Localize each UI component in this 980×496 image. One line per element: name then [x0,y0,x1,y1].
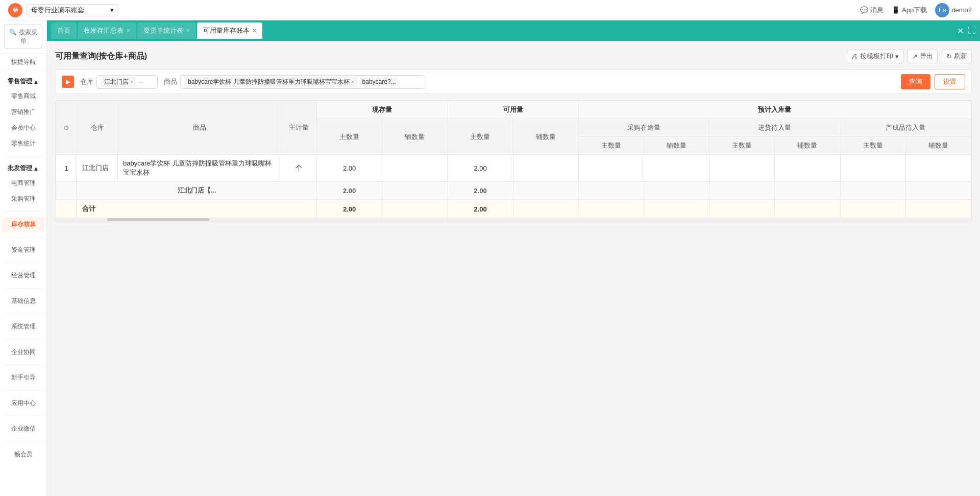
sidebar-item-vip[interactable]: 畅会员 [2,447,44,462]
sidebar-item-ecommerce[interactable]: 电商管理 [2,176,44,191]
sidebar-section-basic: 基础信息 [0,290,46,313]
sidebar-item-retail-stats[interactable]: 零售统计 [2,136,44,151]
print-icon: 🖨 [851,53,858,60]
logo-area: 畅 [8,3,22,17]
wechat-label: 企业微信 [11,425,36,432]
export-button[interactable]: ↗ 导出 [908,49,938,63]
tab-receipt-summary[interactable]: 收发存汇总表 × [78,22,136,39]
sub-avail-aux [513,182,578,200]
search-menu-button[interactable]: 🔍 搜索菜单 [4,25,42,49]
finance-label: 资金管理 [11,246,36,253]
sub-in-aux [775,182,840,200]
th-forecast: 预计入库量 [578,101,971,119]
sidebar-divider-8 [4,365,42,365]
th-production: 产成品待入量 [840,119,971,137]
sidebar-item-basic[interactable]: 基础信息 [2,294,44,309]
query-button[interactable]: 查询 [901,74,930,89]
sidebar-divider-4 [4,263,42,263]
tab-close-all-icon[interactable]: ✕ [957,26,964,36]
th-purchase-transit-main: 主数量 [578,137,644,155]
member-label: 会员中心 [11,124,36,131]
sidebar-item-quick-nav[interactable]: 快捷导航 [0,54,46,71]
tab-home-label: 首页 [57,26,70,35]
footer-current-aux [382,200,448,218]
product-tag-1-value: babycare学饮杯 儿童防摔防撞吸管杯重力球吸嘴杯宝宝水杯 [188,78,350,86]
tab-home[interactable]: 首页 [51,22,77,39]
tab-order-stats-close[interactable]: × [186,27,190,34]
incoming-label: 进货待入量 [758,124,791,131]
sub-avail-main-val: 2.00 [474,187,486,195]
footer-empty [56,200,77,218]
th-product: 商品 [118,101,281,155]
sidebar-item-member[interactable]: 会员中心 [2,121,44,135]
refresh-label: 刷新 [954,52,967,61]
product-filter-box[interactable]: babycare学饮杯 儿童防摔防撞吸管杯重力球吸嘴杯宝宝水杯 × babyca… [180,75,425,89]
sidebar-item-appstore[interactable]: 应用中心 [2,396,44,411]
sidebar-divider-1 [4,156,42,157]
tab-bar: 首页 收发存汇总表 × 要货单统计表 × 可用量库存账本 × ✕ ⛶ [47,20,980,41]
message-label: 消息 [870,6,884,15]
sub-in-main [709,182,775,200]
refresh-button[interactable]: ↻ 刷新 [942,49,972,63]
content-area: 首页 收发存汇总表 × 要货单统计表 × 可用量库存账本 × ✕ ⛶ [47,20,980,496]
message-action[interactable]: 💬 消息 [860,6,884,15]
sidebar-item-purchase[interactable]: 采购管理 [2,192,44,206]
table-scrollbar[interactable] [56,218,971,222]
sub-current-main: 2.00 [317,182,382,200]
quick-nav-label: 快捷导航 [11,58,36,65]
top-bar: 畅 母婴行业演示账套 💬 消息 📱 App下载 Ea demo2 [0,0,980,20]
product-filter-label: 商品 [164,77,177,86]
sidebar-item-inventory[interactable]: 库存核算 [2,217,44,232]
sidebar-section-retail-title[interactable]: 零售管理 ▲ [2,75,44,88]
sidebar-item-collab[interactable]: 企业协同 [2,345,44,360]
ops-label: 经营管理 [11,272,36,279]
production-aux-label: 辅数量 [928,141,948,149]
filter-toggle[interactable]: ▶ [62,76,74,88]
appstore-label: 应用中心 [11,399,36,407]
sidebar-item-marketing[interactable]: 营销推广 [2,105,44,120]
settings-icon[interactable]: ⚙ [61,123,71,133]
warehouse-tag-close[interactable]: × [130,79,133,85]
sidebar-item-ops[interactable]: 经营管理 [2,268,44,283]
sidebar-item-finance[interactable]: 资金管理 [2,243,44,257]
warehouse-filter-box[interactable]: 江北门店 × ··· [96,75,158,89]
sub-current-main-val: 2.00 [343,187,356,195]
company-selector[interactable]: 母婴行业演示账套 [27,4,118,16]
row1-warehouse: 江北门店 [77,155,118,182]
tab-available-stock-label: 可用量库存账本 [203,26,250,35]
search-menu-label: 搜索菜单 [19,29,37,44]
setting-button[interactable]: 设置 [935,74,965,89]
sidebar-section-collab: 企业协同 [0,341,46,364]
refresh-icon: ↻ [946,53,952,60]
product-tag-1-close[interactable]: × [351,79,354,85]
row1-warehouse-val: 江北门店 [82,164,109,172]
forecast-label: 预计入库量 [758,106,791,113]
row1-unit-val: 个 [296,164,302,172]
tab-order-stats[interactable]: 要货单统计表 × [137,22,196,39]
warehouse-col-label: 仓库 [91,124,104,131]
sidebar-item-system[interactable]: 系统管理 [2,319,44,334]
print-button[interactable]: 🖨 按模板打印 ▾ [847,49,903,63]
sidebar-item-wechat[interactable]: 企业微信 [2,421,44,436]
tab-expand-icon[interactable]: ⛶ [968,26,976,35]
th-avail-aux: 辅数量 [513,119,578,155]
row1-product: babycare学饮杯 儿童防摔防撞吸管杯重力球吸嘴杯宝宝水杯 [118,155,281,182]
tab-available-stock[interactable]: 可用量库存账本 × [197,22,262,39]
app-download-action[interactable]: 📱 App下载 [892,6,927,15]
tab-available-stock-close[interactable]: × [253,27,256,34]
sub-warehouse: 江北门店【... [77,182,317,200]
sidebar-item-retail-mall[interactable]: 零售商城 [2,89,44,104]
sub-empty [56,182,77,200]
user-action[interactable]: Ea demo2 [935,3,972,17]
sidebar-item-guide[interactable]: 新手引导 [2,370,44,385]
warehouse-more-icon[interactable]: ··· [138,78,144,86]
row1-prod-aux [905,155,971,182]
sidebar-divider-7 [4,339,42,340]
th-warehouse: 仓库 [77,101,118,155]
footer-avail-aux [513,200,578,218]
sidebar: 🔍 搜索菜单 快捷导航 零售管理 ▲ 零售商城 营销推广 会员中心 零售统计 [0,20,47,496]
table-footer-row: 合计 2.00 2.00 [56,200,971,218]
th-incoming-aux: 辅数量 [775,137,840,155]
tab-receipt-summary-close[interactable]: × [127,27,130,34]
sidebar-section-wholesale-title[interactable]: 批发管理 ▲ [2,162,44,175]
